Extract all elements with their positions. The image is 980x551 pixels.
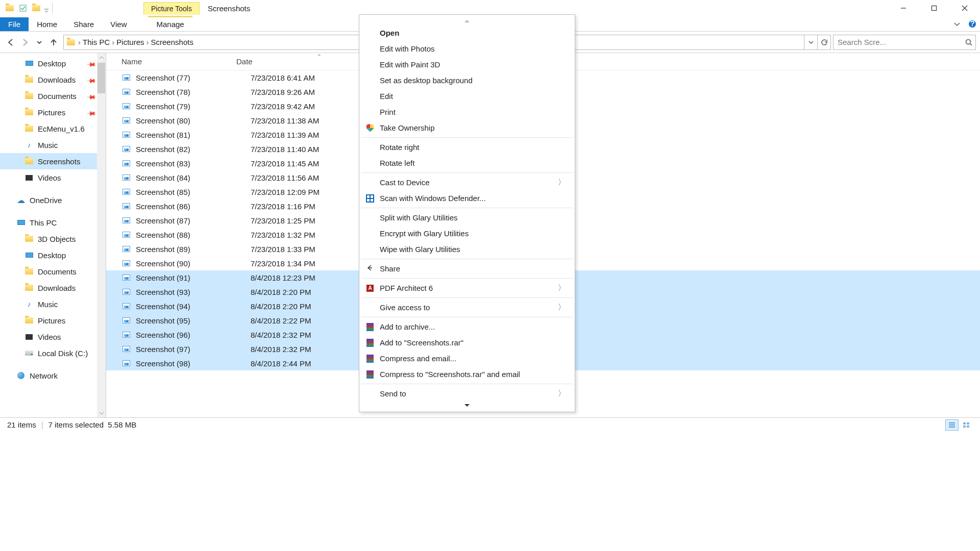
tree-item-downloads[interactable]: Downloads📌 xyxy=(0,71,106,88)
menu-scroll-down-button[interactable] xyxy=(359,402,575,410)
menu-item-edit-with-paint-3d[interactable]: Edit with Paint 3D xyxy=(359,57,575,72)
menu-item-add-to-archive[interactable]: Add to archive... xyxy=(359,319,575,335)
tree-item-label: Documents xyxy=(38,267,77,276)
navigation-scrollbar[interactable] xyxy=(97,53,106,417)
tree-item-documents[interactable]: Documents📌 xyxy=(0,88,106,104)
tree-item-pictures[interactable]: Pictures xyxy=(0,312,106,329)
ribbon-expand-button[interactable] xyxy=(949,16,965,31)
tab-home[interactable]: Home xyxy=(29,17,65,31)
breadcrumb-screenshots[interactable]: Screenshots xyxy=(149,38,195,46)
tree-item-this-pc[interactable]: This PC xyxy=(0,214,106,231)
forward-button[interactable] xyxy=(18,36,32,49)
image-file-icon xyxy=(121,316,131,325)
tree-item-screenshots[interactable]: Screenshots xyxy=(0,153,106,169)
menu-item-rotate-right[interactable]: Rotate right xyxy=(359,139,575,155)
file-name: Screenshot (95) xyxy=(136,316,251,325)
tree-item-desktop[interactable]: Desktop xyxy=(0,247,106,263)
address-dropdown-button[interactable] xyxy=(804,35,817,49)
menu-item-label: Encrypt with Glary Utilities xyxy=(380,229,469,238)
menu-item-edit[interactable]: Edit xyxy=(359,88,575,104)
menu-item-open[interactable]: Open xyxy=(359,25,575,41)
file-name: Screenshot (90) xyxy=(136,259,251,268)
tree-item-network[interactable]: Network xyxy=(0,367,106,384)
menu-item-compress-to-screenshots-rar-and-email[interactable]: Compress to "Screenshots.rar" and email xyxy=(359,366,575,382)
tree-item-label: Documents xyxy=(38,92,77,101)
tab-manage[interactable]: Manage xyxy=(148,16,192,31)
tree-item-videos[interactable]: Videos xyxy=(0,329,106,345)
menu-item-add-to-screenshots-rar[interactable]: Add to "Screenshots.rar" xyxy=(359,335,575,350)
tree-item-label: Videos xyxy=(38,173,61,182)
menu-item-label: Compress to "Screenshots.rar" and email xyxy=(380,370,520,379)
file-name: Screenshot (94) xyxy=(136,302,251,311)
status-selection-size: 5.58 MB xyxy=(108,420,136,429)
qat-customize-button[interactable] xyxy=(44,6,49,11)
monitor-icon xyxy=(24,251,34,260)
menu-scroll-up-button[interactable] xyxy=(359,17,575,25)
recent-locations-button[interactable] xyxy=(33,36,46,49)
menu-item-encrypt-with-glary-utilities[interactable]: Encrypt with Glary Utilities xyxy=(359,226,575,241)
menu-item-split-with-glary-utilities[interactable]: Split with Glary Utilities xyxy=(359,210,575,226)
breadcrumb-pictures[interactable]: Pictures xyxy=(114,38,146,46)
tab-view[interactable]: View xyxy=(102,17,135,31)
menu-item-label: Rotate left xyxy=(380,159,414,167)
menu-item-wipe-with-glary-utilities[interactable]: Wipe with Glary Utilities xyxy=(359,241,575,257)
defender-icon xyxy=(365,194,375,203)
back-button[interactable] xyxy=(4,36,17,49)
submenu-arrow-icon: 〉 xyxy=(558,389,566,398)
menu-item-compress-and-email[interactable]: Compress and email... xyxy=(359,350,575,366)
folder-icon[interactable] xyxy=(32,4,41,13)
tree-item-label: Music xyxy=(38,300,58,309)
tree-item-onedrive[interactable]: ☁OneDrive xyxy=(0,192,106,208)
tree-item-videos[interactable]: Videos xyxy=(0,169,106,186)
menu-item-label: Split with Glary Utilities xyxy=(380,213,458,222)
close-button[interactable] xyxy=(949,0,980,16)
tree-item-local-disk-c-[interactable]: Local Disk (C:) xyxy=(0,345,106,361)
tree-item-documents[interactable]: Documents xyxy=(0,263,106,280)
menu-item-share[interactable]: Share xyxy=(359,261,575,277)
properties-icon[interactable] xyxy=(18,4,28,13)
file-tab[interactable]: File xyxy=(0,17,29,31)
file-date: 7/23/2018 11:39 AM xyxy=(251,131,373,139)
network-icon xyxy=(16,371,26,380)
scroll-down-button[interactable] xyxy=(97,409,106,417)
menu-item-give-access-to[interactable]: Give access to〉 xyxy=(359,299,575,315)
breadcrumb-this-pc[interactable]: This PC xyxy=(81,38,112,46)
tree-item-downloads[interactable]: Downloads xyxy=(0,280,106,296)
tree-item-pictures[interactable]: Pictures📌 xyxy=(0,104,106,120)
menu-item-print[interactable]: Print xyxy=(359,104,575,120)
tab-share[interactable]: Share xyxy=(65,17,102,31)
svg-point-4 xyxy=(966,39,971,44)
column-header-date[interactable]: Date xyxy=(236,57,359,66)
menu-item-take-ownership[interactable]: Take Ownership xyxy=(359,120,575,136)
file-name: Screenshot (89) xyxy=(136,245,251,254)
menu-item-set-as-desktop-background[interactable]: Set as desktop background xyxy=(359,72,575,88)
menu-item-cast-to-device[interactable]: Cast to Device〉 xyxy=(359,174,575,190)
search-input[interactable] xyxy=(837,37,965,47)
tree-item-ecmenu-v1-6[interactable]: EcMenu_v1.6 xyxy=(0,120,106,137)
up-button[interactable] xyxy=(47,36,60,49)
search-box[interactable] xyxy=(833,35,976,50)
menu-item-edit-with-photos[interactable]: Edit with Photos xyxy=(359,41,575,57)
minimize-button[interactable] xyxy=(888,0,919,16)
tree-item-3d-objects[interactable]: 3D Objects xyxy=(0,231,106,247)
folder-icon xyxy=(24,316,34,325)
large-icons-view-button[interactable] xyxy=(960,419,973,431)
menu-item-rotate-left[interactable]: Rotate left xyxy=(359,155,575,171)
maximize-button[interactable] xyxy=(919,0,949,16)
details-view-button[interactable] xyxy=(945,419,959,431)
scroll-up-button[interactable] xyxy=(97,53,106,62)
monitor-icon xyxy=(16,218,26,227)
menu-item-scan-with-windows-defender[interactable]: Scan with Windows Defender... xyxy=(359,190,575,206)
rar-icon xyxy=(365,338,375,347)
menu-separator xyxy=(361,259,573,259)
scrollbar-thumb[interactable] xyxy=(97,63,105,93)
refresh-button[interactable] xyxy=(817,35,830,49)
help-button[interactable]: ? xyxy=(965,16,980,31)
tree-item-music[interactable]: ♪Music xyxy=(0,296,106,312)
menu-item-pdf-architect-6[interactable]: APDF Architect 6〉 xyxy=(359,280,575,296)
tree-item-desktop[interactable]: Desktop📌 xyxy=(0,55,106,71)
column-header-name[interactable]: Name xyxy=(121,57,236,66)
tree-item-music[interactable]: ♪Music xyxy=(0,137,106,153)
menu-item-send-to[interactable]: Send to〉 xyxy=(359,386,575,402)
menu-item-label: PDF Architect 6 xyxy=(380,284,433,292)
